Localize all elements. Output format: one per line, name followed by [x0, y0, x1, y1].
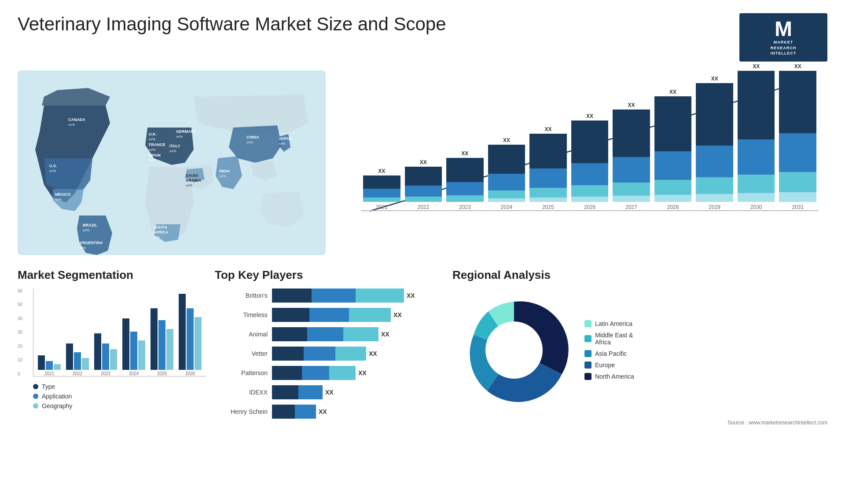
bar-2030: XX 2030 [738, 63, 775, 210]
player-bar-animal: XX [272, 327, 389, 341]
reg-legend-europe: Europe [584, 362, 634, 369]
player-henry-schein: Henry Schein XX [215, 405, 444, 419]
reg-legend-label-mea: Middle East &Africa [595, 332, 633, 346]
svg-text:CANADA: CANADA [68, 117, 85, 122]
svg-text:U.K.: U.K. [149, 132, 157, 136]
player-name-vetter: Vetter [215, 350, 268, 357]
svg-text:xx%: xx% [149, 158, 155, 162]
legend-dot-geography [33, 403, 38, 409]
bar-value-2023: XX [461, 150, 468, 157]
legend-label-application: Application [42, 393, 72, 400]
legend-geography: Geography [33, 402, 206, 409]
bar-year-2030: 2030 [750, 204, 762, 210]
legend-dot-application [33, 394, 38, 399]
segmentation-section: Market Segmentation 60 50 40 30 20 10 0 [18, 268, 206, 426]
source-credit: Source : www.marketresearchintellect.com [452, 418, 827, 426]
reg-legend-box-asia-pacific [584, 350, 592, 357]
reg-legend-label-north-america: North America [595, 373, 634, 380]
svg-text:ARGENTINA: ARGENTINA [79, 241, 103, 245]
bar-2022: XX 2022 [405, 159, 442, 210]
svg-text:xx%: xx% [186, 183, 192, 187]
world-map: CANADA xx% U.S. xx% MEXICO xx% BRAZIL xx… [18, 70, 326, 255]
bar-value-2029: XX [711, 76, 718, 82]
page-title: Veterinary Imaging Software Market Size … [18, 13, 446, 35]
player-vetter: Vetter XX [215, 347, 444, 361]
top-section: CANADA xx% U.S. xx% MEXICO xx% BRAZIL xx… [18, 70, 827, 255]
svg-text:xx%: xx% [79, 246, 86, 250]
bar-value-2031: XX [794, 63, 801, 69]
logo-text: MARKETRESEARCHINTELLECT [771, 40, 797, 56]
map-section: CANADA xx% U.S. xx% MEXICO xx% BRAZIL xx… [18, 70, 326, 255]
bar-2026: XX 2026 [571, 113, 609, 210]
bar-value-2026: XX [586, 113, 593, 119]
bar-2031: XX 2031 [779, 63, 816, 210]
reg-legend-latin-america: Latin America [584, 320, 634, 327]
reg-legend-box-latin-america [584, 320, 592, 327]
svg-text:SPAIN: SPAIN [149, 153, 161, 157]
seg-chart-wrap: 60 50 40 30 20 10 0 2021 [18, 289, 206, 376]
bar-value-2027: XX [628, 102, 635, 108]
svg-text:ITALY: ITALY [169, 144, 180, 148]
segmentation-title: Market Segmentation [18, 268, 206, 282]
bar-2029: XX 2029 [696, 76, 733, 210]
regional-container: Latin America Middle East &Africa Asia P… [452, 289, 827, 412]
reg-legend-north-america: North America [584, 373, 634, 380]
bar-2021: XX 2021 [363, 168, 400, 210]
seg-y-axis: 60 50 40 30 20 10 0 [18, 289, 22, 376]
reg-legend-label-europe: Europe [595, 362, 615, 369]
svg-text:GERMANY: GERMANY [176, 129, 196, 134]
bar-value-2021: XX [378, 168, 385, 174]
svg-text:xx%: xx% [153, 235, 160, 239]
logo-letter: M [775, 18, 792, 40]
bar-value-2025: XX [544, 126, 551, 132]
donut-svg [452, 289, 576, 412]
player-name-idexx: IDEXX [215, 389, 268, 396]
bar-year-2026: 2026 [584, 204, 596, 210]
svg-text:xx%: xx% [169, 149, 176, 153]
player-name-timeless: Timeless [215, 311, 268, 318]
legend-type: Type [33, 383, 206, 390]
seg-group-2022: 2022 [66, 343, 89, 376]
player-idexx: IDEXX XX [215, 385, 444, 399]
player-brittons: Britton's XX [215, 289, 444, 303]
reg-legend-mea: Middle East &Africa [584, 332, 634, 346]
bar-2025: XX 2025 [529, 126, 567, 210]
seg-group-2021: 2021 [38, 355, 61, 376]
key-players-title: Top Key Players [215, 268, 444, 282]
seg-bar-app-2021 [46, 361, 53, 370]
player-bar-timeless: XX [272, 308, 402, 322]
bar-2028: XX 2028 [654, 89, 692, 210]
regional-title: Regional Analysis [452, 268, 827, 282]
reg-legend-box-europe [584, 362, 592, 369]
player-name-patterson: Patterson [215, 369, 268, 376]
legend-application: Application [33, 393, 206, 400]
bar-year-2031: 2031 [792, 204, 804, 210]
player-bar-henry-schein: XX [272, 405, 327, 419]
key-players-section: Top Key Players Britton's XX Timeless [215, 268, 444, 426]
bar-value-2028: XX [669, 89, 676, 95]
svg-text:xx%: xx% [49, 169, 56, 173]
bar-value-2024: XX [503, 137, 510, 143]
legend-dot-type [33, 384, 38, 389]
bar-year-2027: 2027 [625, 204, 637, 210]
bar-value-2022: XX [420, 159, 427, 165]
svg-text:ARABIA: ARABIA [186, 178, 201, 183]
svg-text:MEXICO: MEXICO [55, 192, 71, 197]
reg-legend-box-mea [584, 335, 592, 342]
seg-bars-container: 2021 2022 [33, 289, 206, 376]
source-text: Source : www.marketresearchintellect.com [727, 420, 827, 426]
legend-label-type: Type [42, 383, 55, 390]
player-name-brittons: Britton's [215, 292, 268, 299]
svg-text:xx%: xx% [176, 135, 183, 139]
donut-center [485, 321, 543, 379]
reg-legend-box-north-america [584, 373, 592, 380]
donut-chart [452, 289, 576, 412]
seg-legend: Type Application Geography [33, 383, 206, 409]
svg-text:BRAZIL: BRAZIL [83, 223, 97, 227]
regional-section: Regional Analysis [452, 268, 827, 426]
bar-year-2023: 2023 [459, 204, 471, 210]
svg-text:xx%: xx% [68, 123, 75, 127]
player-name-animal: Animal [215, 331, 268, 338]
bar-year-2028: 2028 [667, 204, 679, 210]
bar-year-2022: 2022 [417, 204, 429, 210]
